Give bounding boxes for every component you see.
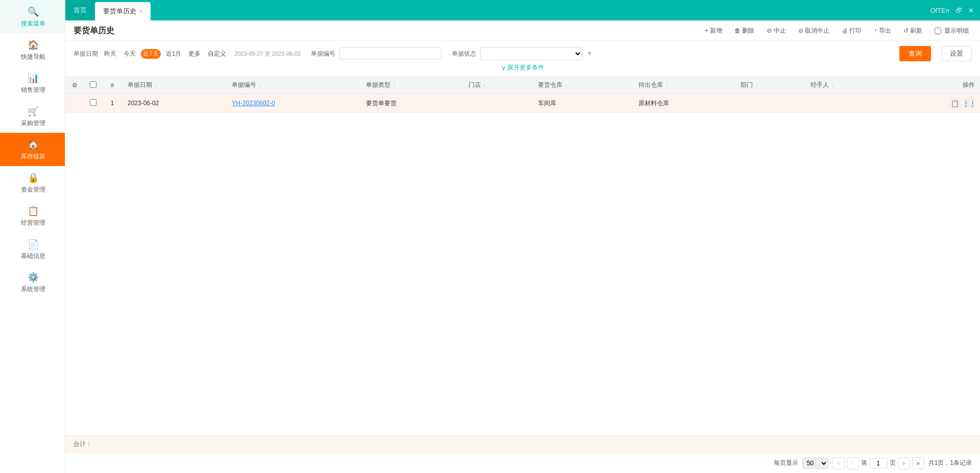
date-opt-更多[interactable]: 更多 (186, 49, 203, 59)
delete-button[interactable]: 🗑 删除 (731, 26, 757, 36)
select-all-checkbox[interactable] (90, 81, 96, 88)
search-icon: 🔍 (28, 6, 39, 17)
expand-chevron-icon: ∨ (501, 64, 506, 72)
setting-button[interactable]: 设置 (941, 46, 972, 61)
page-size-select[interactable]: 102050100 (802, 458, 828, 469)
sidebar-item-search[interactable]: 🔍搜索菜单 (0, 0, 65, 33)
col-handler[interactable]: 经手人 ↕ (805, 77, 890, 94)
pagination: 每页显示 102050100 « ‹ 第 页 › » 共1页，1条记录 (65, 453, 980, 473)
basic-info-icon: 📄 (28, 239, 39, 250)
row-store-0 (463, 94, 533, 113)
table-row: 1 2023-06-02 YH-20230602-0 要货单要货 车间库 原材料… (65, 94, 980, 113)
doc-no-label: 单据编号 (311, 50, 335, 58)
page-size-label: 每页显示 (774, 459, 798, 467)
date-range: 2023-05-27 至 2023-06-02 (234, 50, 301, 58)
row-reqwh-0: 车间库 (533, 94, 633, 113)
col-settings[interactable]: ⚙ (65, 77, 84, 94)
finance-icon: 🔒 (28, 172, 39, 183)
sidebar-label-purchase: 采购管理 (21, 119, 45, 128)
stop-button[interactable]: ⊘ 中止 (764, 26, 789, 36)
sidebar-label-operations: 经营管理 (21, 219, 45, 227)
row-check-0[interactable] (90, 99, 96, 106)
system-icon: ⚙️ (28, 272, 39, 283)
refresh-button[interactable]: ↺ 刷新 (900, 26, 925, 36)
date-opt-昨天[interactable]: 昨天 (102, 49, 118, 59)
page-nav: « ‹ 第 页 › » (832, 457, 924, 469)
row-num-0: 1 (102, 94, 122, 113)
date-label: 单据日期 (74, 50, 98, 58)
col-doc-no[interactable]: 单据编号 ↕ (227, 77, 361, 94)
row-actions-0: 📋 ⋮⋮ (890, 94, 980, 113)
sidebar-label-inventory: 库存核算 (21, 152, 45, 161)
first-page-btn[interactable]: « (832, 457, 845, 469)
page-label: 页 (890, 459, 896, 467)
filter-area: 单据日期 昨天今天近7天近1月更多自定义 2023-05-27 至 2023-0… (65, 41, 980, 77)
date-opt-近7天[interactable]: 近7天 (141, 49, 161, 59)
next-page-btn[interactable]: › (898, 457, 910, 469)
expand-filter-btn[interactable]: ∨ 展开更多条件 (74, 63, 972, 72)
total-label: 合计： (74, 440, 92, 448)
sidebar-item-sales[interactable]: 📊销售管理 (0, 66, 65, 100)
tab-label-requisition-history: 要货单历史 (103, 7, 136, 16)
row-settings-0 (65, 94, 84, 113)
sidebar: 🔍搜索菜单🏠快捷导航📊销售管理🛒采购管理🏠库存核算🔒资金管理📋经营管理📄基础信息… (0, 0, 65, 473)
operations-icon: 📋 (28, 205, 39, 217)
sidebar-item-purchase[interactable]: 🛒采购管理 (0, 100, 65, 133)
sidebar-item-basic-info[interactable]: 📄基础信息 (0, 232, 65, 266)
date-opt-今天[interactable]: 今天 (121, 49, 138, 59)
date-opt-自定义[interactable]: 自定义 (206, 49, 228, 59)
date-options: 昨天今天近7天近1月更多自定义 (102, 49, 228, 59)
add-button[interactable]: + 新增 (702, 26, 725, 36)
page-number-input[interactable] (869, 458, 888, 468)
restore-btn[interactable]: 🗗 (955, 7, 962, 14)
tab-close-requisition-history[interactable]: × (139, 8, 142, 14)
expand-label: 展开更多条件 (507, 63, 544, 72)
row-docno-0[interactable]: YH-20230602-0 (227, 94, 361, 113)
tab-requisition-history[interactable]: 要货单历史× (95, 2, 151, 20)
total-info: 共1页，1条记录 (928, 459, 972, 467)
row-doctype-0: 要货单要货 (361, 94, 463, 113)
col-num: # (102, 77, 122, 94)
tab-home[interactable]: 首页 (65, 0, 95, 20)
row-edit-icon-0[interactable]: 📋 (949, 98, 961, 109)
sales-icon: 📊 (28, 73, 39, 84)
col-department[interactable]: 部门 ↕ (736, 77, 805, 94)
inventory-icon: 🏠 (28, 139, 39, 150)
purchase-icon: 🛒 (28, 106, 39, 117)
col-pending-warehouse[interactable]: 待出仓库 ↕ (633, 77, 736, 94)
display-detail-check[interactable] (935, 28, 941, 34)
quick-nav-icon: 🏠 (28, 39, 39, 51)
cancel-stop-button[interactable]: ⊘ 取消中止 (795, 26, 832, 36)
sidebar-label-sales: 销售管理 (21, 86, 45, 94)
page-header: 要货单历史 + 新增 🗑 删除 ⊘ 中止 ⊘ 取消中止 🖨 打印 ↑ 导出 ↺ … (65, 20, 980, 41)
col-doc-type[interactable]: 单据类型 ↕ (361, 77, 463, 94)
display-detail-checkbox[interactable]: 显示明细 (932, 26, 972, 36)
main-area: 首页要货单历史× OfTEn 🗗 ✕ 要货单历史 + 新增 🗑 删除 ⊘ 中止 … (65, 0, 980, 473)
status-select[interactable] (480, 47, 582, 60)
sidebar-item-finance[interactable]: 🔒资金管理 (0, 166, 65, 199)
sidebar-item-operations[interactable]: 📋经营管理 (0, 199, 65, 232)
sidebar-item-inventory[interactable]: 🏠库存核算 (0, 133, 65, 166)
last-page-btn[interactable]: » (912, 457, 924, 469)
col-operation: 操作 (890, 77, 980, 94)
sidebar-label-finance: 资金管理 (21, 185, 45, 194)
col-req-warehouse[interactable]: 要货仓库 ↕ (533, 77, 633, 94)
col-store[interactable]: 门店 ↕ (463, 77, 533, 94)
top-bar-right: OfTEn 🗗 ✕ (930, 7, 980, 14)
prev-page-btn[interactable]: ‹ (847, 457, 859, 469)
sidebar-item-system[interactable]: ⚙️系统管理 (0, 266, 65, 299)
print-button[interactable]: 🖨 打印 (839, 26, 865, 36)
export-button[interactable]: ↑ 导出 (871, 26, 894, 36)
doc-no-input[interactable] (339, 48, 442, 60)
row-more-icon-0[interactable]: ⋮⋮ (964, 98, 975, 109)
date-opt-近1月[interactable]: 近1月 (164, 49, 184, 59)
row-checkbox-0[interactable] (84, 94, 102, 113)
table-area: ⚙ # 单据日期 ↕ 单据编号 ↕ 单据类型 ↕ 门店 ↕ 要货仓库 ↕ 待出仓… (65, 77, 980, 435)
row-date-0: 2023-06-02 (122, 94, 227, 113)
sidebar-item-quick-nav[interactable]: 🏠快捷导航 (0, 33, 65, 66)
col-date[interactable]: 单据日期 ↕ (122, 77, 227, 94)
close-btn[interactable]: ✕ (968, 7, 974, 14)
col-checkbox (84, 77, 102, 94)
query-button[interactable]: 查询 (899, 46, 931, 61)
sidebar-label-basic-info: 基础信息 (21, 252, 45, 261)
